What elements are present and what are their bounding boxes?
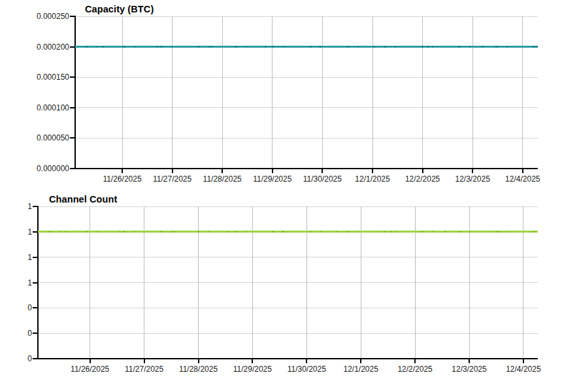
y-tick-mark [33,358,37,359]
x-axis-line [37,358,538,359]
y-tick-label: 1 [0,227,32,237]
gridline-h [38,282,538,283]
gridline-v [361,206,361,359]
y-tick-mark [33,257,37,258]
y-axis-line [37,206,39,359]
y-tick-mark [33,231,37,233]
y-tick-mark [33,307,37,308]
gridline-v [415,206,416,359]
chart-page: { "chart_data": [ { "type": "line", "tit… [0,0,562,392]
x-tick-mark [306,359,307,363]
x-tick-mark [469,359,470,363]
gridline-h [38,257,538,257]
gridline-v [523,206,523,359]
y-tick-label: 0 [0,302,32,313]
gridline-h [38,206,538,207]
y-tick-label: 1 [0,278,32,288]
y-tick-mark [33,282,37,284]
gridline-h [38,333,538,334]
y-tick-label: 1 [0,201,32,212]
channel-count-chart-title: Channel Count [49,194,117,204]
y-tick-label: 1 [0,252,32,263]
x-tick-mark [360,359,361,363]
gridline-v [198,206,199,359]
x-tick-mark [523,359,524,363]
charts-canvas: Capacity (BTC) 0.0002500.0002000.0001500… [0,0,562,392]
channel-count-chart: Channel Count 111100011/26/202511/27/202… [0,0,562,392]
x-tick-label: 12/4/2025 [484,364,562,374]
channel_count-line [38,231,538,233]
x-tick-mark [252,359,253,363]
gridline-v [144,206,144,359]
gridline-v [252,206,253,359]
x-tick-mark [144,359,145,363]
gridline-v [469,206,470,359]
x-tick-mark [414,359,416,363]
x-tick-mark [90,359,91,363]
y-tick-label: 0 [0,353,32,364]
gridline-v [90,206,90,359]
channel_count-markers [38,231,538,233]
x-tick-mark [198,359,199,363]
gridline-v [306,206,307,359]
y-tick-mark [33,333,37,334]
y-tick-label: 0 [0,328,32,338]
gridline-h [38,308,538,308]
y-tick-mark [33,206,37,207]
